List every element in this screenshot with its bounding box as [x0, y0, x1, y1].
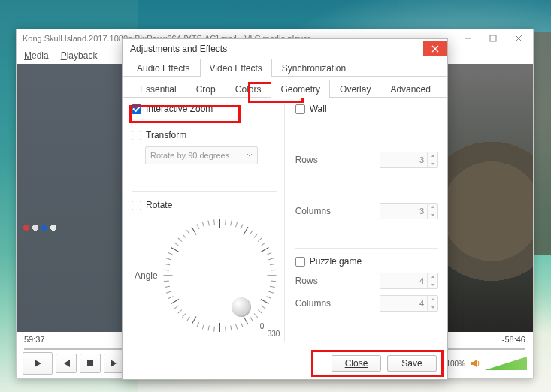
- checkbox-icon: [132, 201, 141, 210]
- transform-label: Transform: [146, 130, 186, 140]
- prev-button[interactable]: [56, 354, 77, 373]
- subtab-crop[interactable]: Crop: [186, 80, 226, 98]
- subtab-essential[interactable]: Essential: [130, 80, 186, 98]
- menu-playback[interactable]: Playback: [61, 50, 98, 61]
- wall-rows-label: Rows: [295, 155, 318, 165]
- chevron-down-icon: [247, 152, 253, 158]
- puzzle-checkbox[interactable]: Puzzle game: [295, 256, 438, 267]
- dialog-title: Adjustments and Effects: [130, 44, 227, 54]
- dialog-titlebar[interactable]: Adjustments and Effects: [123, 39, 447, 59]
- subtab-advanced[interactable]: Advanced: [380, 80, 440, 98]
- sub-tabs: Essential Crop Colors Geometry Overlay A…: [123, 80, 447, 98]
- transform-combo[interactable]: Rotate by 90 degrees: [145, 146, 258, 164]
- checkbox-icon: [295, 104, 305, 114]
- wall-cols-spinner[interactable]: 3: [380, 203, 438, 219]
- stop-button[interactable]: [80, 354, 101, 373]
- wall-cols-label: Columns: [295, 206, 331, 216]
- subtab-geometry[interactable]: Geometry: [271, 80, 330, 98]
- interactive-zoom-checkbox[interactable]: Interactive Zoom: [132, 104, 277, 114]
- video-frame-detail: [20, 212, 65, 234]
- checkbox-icon: [295, 257, 305, 267]
- subtab-overlay[interactable]: Overlay: [330, 80, 380, 98]
- divider: [132, 122, 277, 122]
- wall-checkbox[interactable]: Wall: [295, 104, 438, 114]
- tab-video-effects[interactable]: Video Effects: [200, 59, 272, 77]
- puzzle-cols-spinner[interactable]: 4: [380, 295, 438, 312]
- subtab-colors[interactable]: Colors: [226, 80, 271, 98]
- tab-synchronization[interactable]: Synchronization: [272, 59, 356, 77]
- interactive-zoom-label: Interactive Zoom: [146, 104, 213, 114]
- dial-knob[interactable]: [232, 297, 251, 317]
- volume-text: 100%: [446, 360, 465, 368]
- puzzle-rows-spinner[interactable]: 4: [380, 273, 438, 289]
- dialog-close-button[interactable]: [423, 41, 447, 56]
- wall-rows-value: 3: [380, 155, 427, 164]
- wall-rows-spinner[interactable]: 3: [380, 152, 438, 168]
- svg-rect-1: [87, 360, 93, 366]
- speaker-icon[interactable]: [470, 358, 480, 369]
- wall-cols-value: 3: [380, 207, 427, 216]
- puzzle-rows-value: 4: [380, 276, 427, 285]
- adjustments-effects-dialog: Adjustments and Effects Audio Effects Vi…: [122, 38, 448, 380]
- play-button[interactable]: [23, 352, 53, 375]
- save-button[interactable]: Save: [387, 355, 437, 372]
- main-tabs: Audio Effects Video Effects Synchronizat…: [123, 59, 447, 77]
- dial-label-min: 0: [260, 322, 265, 330]
- checkbox-icon: [132, 104, 141, 114]
- angle-dial[interactable]: 0 330: [164, 219, 277, 332]
- dialog-footer: Close Save: [123, 348, 447, 379]
- angle-label: Angle: [135, 270, 158, 281]
- puzzle-rows-label: Rows: [295, 276, 318, 286]
- minimize-button[interactable]: [455, 30, 480, 47]
- transform-checkbox[interactable]: Transform: [132, 130, 277, 140]
- divider: [295, 248, 438, 249]
- rotate-label: Rotate: [146, 200, 172, 210]
- puzzle-label: Puzzle game: [310, 256, 362, 267]
- close-window-button[interactable]: [506, 30, 531, 47]
- time-elapsed: 59:37: [24, 335, 45, 344]
- maximize-button[interactable]: [480, 30, 506, 47]
- checkbox-icon: [132, 131, 141, 140]
- volume-slider[interactable]: [485, 357, 527, 370]
- dial-label-max: 330: [268, 330, 280, 338]
- puzzle-cols-value: 4: [380, 299, 427, 308]
- transform-combo-value: Rotate by 90 degrees: [150, 151, 229, 160]
- close-button[interactable]: Close: [332, 355, 381, 372]
- wall-label: Wall: [310, 104, 327, 114]
- tab-audio-effects[interactable]: Audio Effects: [127, 59, 200, 77]
- time-remaining: -58:46: [502, 335, 525, 344]
- svg-rect-0: [490, 35, 496, 41]
- menu-media[interactable]: Media: [24, 50, 49, 61]
- divider: [132, 191, 277, 192]
- rotate-checkbox[interactable]: Rotate: [132, 200, 277, 210]
- puzzle-cols-label: Columns: [295, 298, 331, 309]
